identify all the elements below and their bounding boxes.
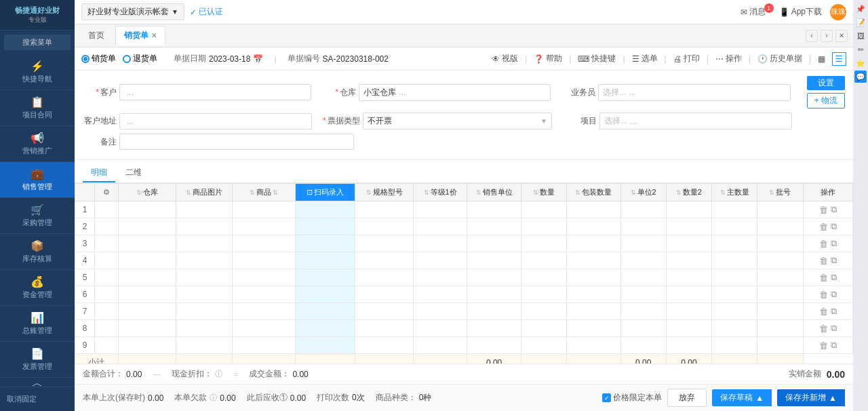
row-main-qty[interactable] (712, 303, 757, 320)
row-qty2[interactable] (666, 252, 711, 269)
tab-home[interactable]: 首页 (80, 26, 113, 45)
row-batch[interactable] (757, 269, 803, 286)
row-unit2[interactable] (620, 218, 666, 235)
row-warehouse[interactable] (118, 201, 176, 218)
row-delete-button[interactable]: 🗑 (819, 222, 828, 232)
row-unit2[interactable] (620, 337, 666, 354)
row-batch[interactable] (757, 320, 803, 337)
toolbar-shortcut[interactable]: ⌨ 快捷键 (575, 52, 618, 66)
sidebar-item-quicknav[interactable]: ⚡ 快捷导航 (0, 54, 75, 90)
row-copy-button[interactable]: ⧉ (831, 238, 837, 249)
row-unit2[interactable] (620, 269, 666, 286)
row-import[interactable] (296, 235, 355, 252)
row-import[interactable] (296, 252, 355, 269)
row-delete-button[interactable]: 🗑 (819, 239, 828, 249)
sidebar-item-ledger[interactable]: 📊 总账管理 (0, 306, 75, 342)
row-sales-unit[interactable] (467, 252, 521, 269)
row-product[interactable] (233, 201, 296, 218)
address-input[interactable]: ... (119, 113, 312, 130)
row-product[interactable] (233, 286, 296, 303)
toolbar-select[interactable]: ☰ 选单 (629, 52, 660, 66)
right-panel-icon-6[interactable]: 💬 (854, 71, 867, 83)
row-pack-qty[interactable] (567, 218, 620, 235)
toolbar-table-view[interactable]: ☰ (832, 52, 846, 66)
address-dots[interactable]: ... (127, 117, 134, 126)
row-delete-button[interactable]: 🗑 (819, 256, 828, 266)
row-product-img[interactable] (176, 320, 233, 337)
row-import[interactable] (296, 320, 355, 337)
warehouse-input[interactable]: 小宝仓库 ... (359, 84, 551, 101)
project-input[interactable]: 选择... ... (599, 113, 792, 130)
price-checkbox[interactable] (602, 393, 611, 402)
sidebar-item-invoice[interactable]: 📄 发票管理 (0, 342, 75, 378)
row-main-qty[interactable] (712, 337, 757, 354)
row-spec[interactable] (355, 218, 414, 235)
row-copy-button[interactable]: ⧉ (831, 272, 837, 283)
row-import[interactable] (296, 201, 355, 218)
sidebar-item-tax[interactable]: 🏛 税务管理 (0, 378, 75, 387)
row-warehouse[interactable] (118, 320, 176, 337)
right-panel-icon-2[interactable]: 📝 (854, 16, 867, 28)
row-batch[interactable] (757, 337, 803, 354)
row-sales-unit[interactable] (467, 201, 521, 218)
row-spec[interactable] (355, 337, 414, 354)
toolbar-help[interactable]: ❓ 帮助 (531, 52, 565, 66)
row-qty2[interactable] (666, 320, 711, 337)
sidebar-item-purchase[interactable]: 🛒 采购管理 (0, 198, 75, 234)
remark-input[interactable] (119, 134, 354, 150)
row-sales-unit[interactable] (467, 286, 521, 303)
row-product[interactable] (233, 218, 296, 235)
row-price1[interactable] (413, 286, 467, 303)
row-import[interactable] (296, 286, 355, 303)
row-copy-button[interactable]: ⧉ (831, 289, 837, 300)
row-main-qty[interactable] (712, 269, 757, 286)
row-import[interactable] (296, 303, 355, 320)
row-batch[interactable] (757, 303, 803, 320)
row-pack-qty[interactable] (567, 286, 620, 303)
row-qty[interactable] (521, 235, 566, 252)
row-warehouse[interactable] (118, 337, 176, 354)
toolbar-history[interactable]: 🕐 历史单据 (755, 52, 805, 66)
row-unit2[interactable] (620, 235, 666, 252)
row-delete-button[interactable]: 🗑 (819, 290, 828, 300)
sidebar-item-finance[interactable]: 💰 资金管理 (0, 270, 75, 306)
tab-detail-list[interactable]: 明细 (83, 164, 115, 182)
project-dots[interactable]: ... (630, 117, 637, 126)
row-import[interactable] (296, 269, 355, 286)
row-product-img[interactable] (176, 303, 233, 320)
row-spec[interactable] (355, 201, 414, 218)
warehouse-dots[interactable]: ... (399, 87, 406, 97)
app-download-button[interactable]: 📱 App下载 (779, 6, 822, 18)
row-product[interactable] (233, 303, 296, 320)
radio-return[interactable]: 退货单 (123, 53, 157, 64)
toolbar-ops[interactable]: ⋯ 操作 (713, 52, 745, 66)
tab-close-all-button[interactable]: ✕ (835, 30, 848, 42)
invoice-select[interactable]: 不开票 ▼ (363, 113, 552, 130)
row-batch[interactable] (757, 201, 803, 218)
row-pack-qty[interactable] (567, 303, 620, 320)
row-sales-unit[interactable] (467, 235, 521, 252)
row-import[interactable] (296, 218, 355, 235)
row-qty[interactable] (521, 218, 566, 235)
row-delete-button[interactable]: 🗑 (819, 340, 828, 351)
row-copy-button[interactable]: ⧉ (831, 255, 837, 266)
row-product[interactable] (233, 320, 296, 337)
row-qty2[interactable] (666, 337, 711, 354)
row-warehouse[interactable] (118, 286, 176, 303)
row-price1[interactable] (413, 218, 467, 235)
row-batch[interactable] (757, 218, 803, 235)
row-product-img[interactable] (176, 201, 233, 218)
row-unit2[interactable] (620, 320, 666, 337)
row-product[interactable] (233, 252, 296, 269)
row-batch[interactable] (757, 252, 803, 269)
tab-next-button[interactable]: › (821, 30, 833, 42)
customer-input[interactable]: ... (119, 84, 311, 100)
row-pack-qty[interactable] (567, 320, 620, 337)
company-selector[interactable]: 好业财专业版演示帐套 ▼ (81, 3, 184, 20)
tab-prev-button[interactable]: ‹ (806, 30, 818, 42)
row-copy-button[interactable]: ⧉ (831, 204, 837, 215)
row-spec[interactable] (355, 269, 414, 286)
row-delete-button[interactable]: 🗑 (819, 307, 828, 317)
row-product[interactable] (233, 269, 296, 286)
row-qty[interactable] (521, 320, 566, 337)
